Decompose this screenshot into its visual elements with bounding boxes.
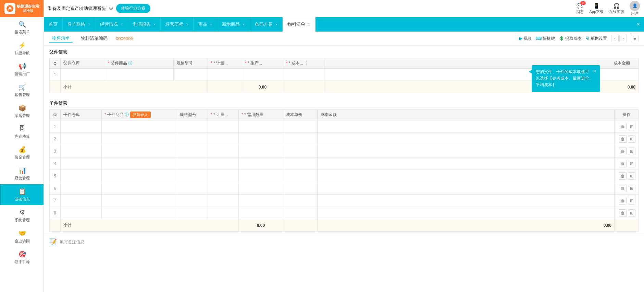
sidebar-item-quicknav[interactable]: ⚡ 快捷导航 (0, 38, 44, 59)
tab-goods[interactable]: 商品 × (194, 17, 217, 32)
child-unit-cost-cell-1[interactable] (283, 120, 318, 133)
child-need-qty-cell-6[interactable] (239, 182, 283, 195)
trial-button[interactable]: 体验行业方案 (116, 4, 150, 13)
child-unit-cost-cell-2[interactable] (283, 133, 318, 145)
hamburger-button[interactable]: ≡ (631, 35, 639, 42)
sidebar-item-operation[interactable]: 📊 经营管理 (0, 163, 44, 184)
tab-barcode[interactable]: 条码方案 × (250, 17, 283, 32)
child-goods-cell-2[interactable] (102, 133, 177, 145)
sidebar-item-inventory[interactable]: 🗄 库存核算 (0, 122, 44, 142)
parent-unit-cell[interactable] (208, 69, 242, 81)
tab-history[interactable]: 经营历程 × (161, 17, 193, 32)
child-spec-cell-6[interactable] (177, 182, 208, 195)
child-goods-cell-5[interactable] (102, 170, 177, 182)
parent-warehouse-cell[interactable] (61, 69, 105, 81)
child-need-qty-cell-3[interactable] (239, 145, 283, 157)
tab-home[interactable]: 首页 (44, 17, 63, 32)
close-all-tabs[interactable]: × (633, 21, 644, 27)
parent-produce-cell[interactable] (242, 69, 283, 81)
child-warehouse-cell-1[interactable] (61, 120, 102, 133)
copy-icon-1[interactable]: ⊞ (628, 123, 635, 130)
child-unit-cell-5[interactable] (208, 170, 239, 182)
child-need-qty-cell-1[interactable] (239, 120, 283, 133)
copy-icon-4[interactable]: ⊞ (628, 160, 635, 167)
child-need-qty-cell-2[interactable] (239, 133, 283, 145)
tab-bom-close[interactable]: × (308, 22, 310, 26)
tab-operation-status-close[interactable]: × (121, 22, 123, 26)
child-warehouse-cell-4[interactable] (61, 157, 102, 170)
child-unit-cell-4[interactable] (208, 157, 239, 170)
tab-customer[interactable]: 客户联络 × (63, 17, 95, 32)
sidebar-item-guide[interactable]: 🎯 新手引导 (0, 247, 44, 268)
child-goods-cell-4[interactable] (102, 157, 177, 170)
child-unit-cell-7[interactable] (208, 195, 239, 207)
tab-customer-close[interactable]: × (88, 22, 90, 26)
gear-button[interactable]: ⚙ (109, 5, 113, 12)
sidebar-item-purchase[interactable]: 📦 采购管理 (0, 101, 44, 122)
sub-tab-bom-code[interactable]: 物料清单编码 (78, 35, 110, 42)
child-unit-cost-cell-5[interactable] (283, 170, 318, 182)
sidebar-item-finance[interactable]: 💰 资金管理 (0, 142, 44, 163)
copy-icon-5[interactable]: ⊞ (628, 172, 635, 180)
next-arrow[interactable]: › (619, 35, 627, 42)
child-need-qty-cell-8[interactable] (239, 207, 283, 219)
tab-barcode-close[interactable]: × (275, 22, 277, 26)
tab-new-goods-close[interactable]: × (243, 22, 245, 26)
delete-icon-2[interactable]: 🗑 (619, 135, 627, 143)
child-spec-cell-5[interactable] (177, 170, 208, 182)
child-goods-cell-8[interactable] (102, 207, 177, 219)
child-unit-cell-3[interactable] (208, 145, 239, 157)
parent-cost-cell[interactable] (283, 69, 324, 81)
delete-icon-1[interactable]: 🗑 (619, 123, 627, 130)
tab-new-goods[interactable]: 新增商品 × (217, 17, 250, 32)
tab-profit-close[interactable]: × (153, 22, 156, 26)
sidebar-item-search[interactable]: 🔍 搜索菜单 (0, 17, 44, 38)
child-spec-cell-7[interactable] (177, 195, 208, 207)
delete-icon-8[interactable]: 🗑 (619, 209, 627, 217)
copy-icon-3[interactable]: ⊞ (628, 148, 635, 155)
single-settings-action[interactable]: ⚙ 单据设置 (586, 36, 607, 42)
child-unit-cell-8[interactable] (208, 207, 239, 219)
tab-profit[interactable]: 利润报告 × (128, 17, 161, 32)
tab-bom[interactable]: 物料清单 × (283, 17, 315, 32)
sidebar-item-system[interactable]: ⚙ 系统管理 (0, 205, 44, 226)
delete-icon-3[interactable]: 🗑 (619, 148, 627, 155)
child-goods-cell-3[interactable] (102, 145, 177, 157)
shortcut-action[interactable]: ⌨ 快捷键 (536, 36, 555, 42)
child-spec-cell-1[interactable] (177, 120, 208, 133)
child-warehouse-cell-6[interactable] (61, 182, 102, 195)
child-warehouse-cell-8[interactable] (61, 207, 102, 219)
tab-history-close[interactable]: × (186, 22, 188, 26)
tooltip-close-button[interactable]: × (593, 69, 596, 73)
parent-goods-cell[interactable] (105, 69, 174, 81)
child-goods-cell-6[interactable] (102, 182, 177, 195)
child-warehouse-cell-2[interactable] (61, 133, 102, 145)
message-button[interactable]: 💬 6 消息 (576, 3, 584, 14)
child-need-qty-cell-4[interactable] (239, 157, 283, 170)
child-spec-cell-4[interactable] (177, 157, 208, 170)
copy-icon-6[interactable]: ⊞ (628, 185, 635, 192)
child-unit-cell-2[interactable] (208, 133, 239, 145)
child-unit-cell-1[interactable] (208, 120, 239, 133)
sidebar-item-marketing[interactable]: 📢 营销推广 (0, 59, 44, 80)
scan-button[interactable]: 扫码录入 (130, 112, 151, 118)
child-unit-cost-cell-4[interactable] (283, 157, 318, 170)
child-spec-cell-3[interactable] (177, 145, 208, 157)
delete-icon-5[interactable]: 🗑 (619, 172, 627, 180)
sidebar-item-enterprise[interactable]: 🤝 企业协同 (0, 226, 44, 247)
child-goods-cell-7[interactable] (102, 195, 177, 207)
copy-icon-7[interactable]: ⊞ (628, 197, 635, 205)
child-need-qty-cell-5[interactable] (239, 170, 283, 182)
child-goods-cell-1[interactable] (102, 120, 177, 133)
sidebar-item-sales[interactable]: 🛒 销售管理 (0, 80, 44, 101)
copy-icon-2[interactable]: ⊞ (628, 135, 635, 143)
tab-operation-status[interactable]: 经营情况 × (95, 17, 128, 32)
parent-spec-cell[interactable] (174, 69, 208, 81)
child-warehouse-cell-5[interactable] (61, 170, 102, 182)
child-unit-cell-6[interactable] (208, 182, 239, 195)
sidebar-item-basic[interactable]: 📋 基础信息 (0, 184, 44, 205)
child-spec-cell-2[interactable] (177, 133, 208, 145)
child-warehouse-cell-7[interactable] (61, 195, 102, 207)
copy-icon-8[interactable]: ⊞ (628, 209, 635, 217)
app-download-button[interactable]: 📱 App下载 (589, 3, 604, 14)
